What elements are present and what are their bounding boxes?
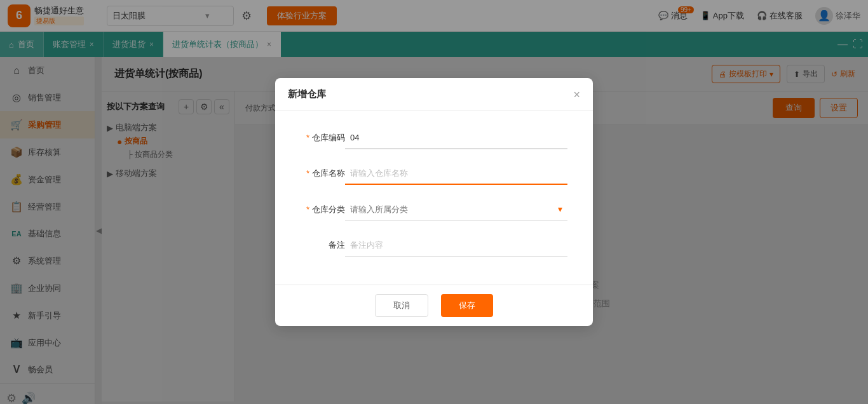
note-input[interactable] <box>345 234 567 257</box>
form-row-name: 仓库名称 <box>301 162 567 185</box>
new-warehouse-modal: 新增仓库 × 仓库编码 仓库名称 仓库分类 ▾ 备注 取消 保存 <box>275 78 593 326</box>
category-dropdown-icon: ▾ <box>558 204 562 214</box>
form-row-note: 备注 <box>301 234 567 257</box>
name-label: 仓库名称 <box>301 168 345 179</box>
modal-footer: 取消 保存 <box>275 285 593 326</box>
warehouse-code-input[interactable] <box>345 126 567 149</box>
form-row-code: 仓库编码 <box>301 126 567 149</box>
category-input[interactable] <box>345 198 567 220</box>
cancel-button[interactable]: 取消 <box>375 294 428 317</box>
modal-body: 仓库编码 仓库名称 仓库分类 ▾ 备注 <box>275 111 593 285</box>
note-label: 备注 <box>301 239 345 251</box>
modal-close-button[interactable]: × <box>573 89 580 100</box>
save-button[interactable]: 保存 <box>441 294 493 317</box>
modal-header: 新增仓库 × <box>275 78 593 111</box>
warehouse-name-input[interactable] <box>345 162 567 185</box>
category-select-wrapper[interactable]: ▾ <box>345 198 567 221</box>
category-label: 仓库分类 <box>301 204 345 215</box>
form-row-category: 仓库分类 ▾ <box>301 198 567 221</box>
code-label: 仓库编码 <box>301 132 345 144</box>
modal-title: 新增仓库 <box>288 88 326 100</box>
